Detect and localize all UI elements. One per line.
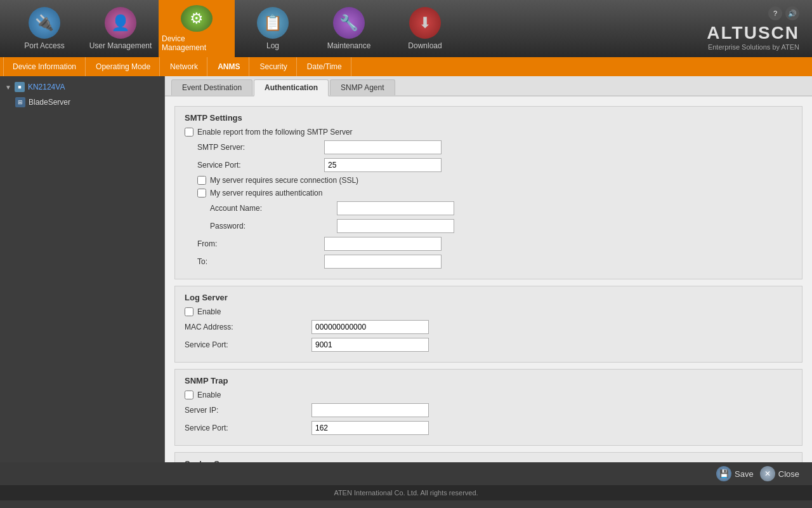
- nav-log-label: Log: [266, 41, 279, 50]
- snmp-service-port-label: Service Port:: [185, 424, 311, 432]
- snmp-server-ip-input[interactable]: [311, 403, 429, 417]
- nav-maintenance-label: Maintenance: [327, 41, 371, 50]
- log-enable-label: Enable: [197, 307, 221, 316]
- syslog-title: Syslog Server: [185, 459, 792, 462]
- auth-label: My server requires authentication: [210, 189, 322, 197]
- from-input[interactable]: [324, 237, 442, 251]
- subnav-operating-mode[interactable]: Operating Mode: [87, 57, 160, 76]
- account-name-input[interactable]: [337, 201, 454, 215]
- log-enable-checkbox[interactable]: [185, 307, 193, 316]
- service-port-row: Service Port:: [197, 158, 792, 172]
- mac-address-row: MAC Address:: [185, 320, 792, 334]
- account-name-label: Account Name:: [210, 204, 337, 213]
- smtp-title: SMTP Settings: [185, 113, 792, 123]
- nav-download[interactable]: ⬇ Download: [387, 0, 463, 57]
- blade-icon: ⊞: [15, 97, 25, 107]
- snmp-trap-title: SNMP Trap: [185, 376, 792, 385]
- ssl-label: My server requires secure connection (SS…: [210, 176, 358, 185]
- syslog-section: Syslog Server Enable Server IP:: [174, 452, 802, 462]
- sidebar-item-kn2124va[interactable]: ▼ ■ KN2124VA: [0, 79, 164, 95]
- log-server-section: Log Server Enable MAC Address: Service P…: [174, 286, 802, 363]
- subnav-datetime[interactable]: Date/Time: [298, 57, 351, 76]
- nav-log[interactable]: 📋 Log: [235, 0, 311, 57]
- sidebar-item-bladeserver[interactable]: ⊞ BladeServer: [0, 95, 164, 110]
- to-input[interactable]: [324, 255, 442, 269]
- save-button[interactable]: 💾 Save: [716, 466, 754, 481]
- footer-text: ATEN International Co. Ltd. All rights r…: [334, 489, 478, 497]
- nav-user-management-label: User Management: [89, 41, 152, 50]
- from-label: From:: [197, 239, 324, 248]
- nav-maintenance[interactable]: 🔧 Maintenance: [311, 0, 387, 57]
- log-service-port-input[interactable]: [311, 338, 429, 352]
- auth-row: My server requires authentication: [197, 189, 792, 197]
- save-icon: 💾: [716, 466, 731, 481]
- nav-port-access[interactable]: 🔌 Port Access: [6, 0, 82, 57]
- logo: ? 🔊 ALTUSCN Enterprise Solutions by ATEN: [707, 6, 806, 51]
- expand-icon: ▼: [5, 84, 11, 91]
- to-row: To:: [197, 255, 792, 269]
- password-input[interactable]: [337, 219, 454, 233]
- main-area: ▼ ■ KN2124VA ⊞ BladeServer Event Destina…: [0, 76, 812, 462]
- smtp-enable-label: Enable report from the following SMTP Se…: [197, 128, 353, 137]
- snmp-service-port-input[interactable]: [311, 421, 429, 435]
- log-service-port-row: Service Port:: [185, 338, 792, 352]
- close-button[interactable]: ✕ Close: [760, 466, 799, 481]
- close-icon: ✕: [760, 466, 775, 481]
- log-icon: 📋: [257, 7, 289, 39]
- subnav-network[interactable]: Network: [161, 57, 207, 76]
- sidebar-blade-label: BladeServer: [29, 98, 70, 107]
- app-title: ALTUSCN: [707, 23, 799, 43]
- account-name-row: Account Name:: [210, 201, 792, 215]
- password-row: Password:: [210, 219, 792, 233]
- nav-device-management-label: Device Management: [162, 34, 232, 52]
- log-enable-row: Enable: [185, 307, 792, 316]
- service-port-input[interactable]: [324, 158, 442, 172]
- snmp-enable-checkbox[interactable]: [185, 391, 193, 399]
- to-label: To:: [197, 257, 324, 266]
- snmp-trap-section: SNMP Trap Enable Server IP: Service Port…: [174, 369, 802, 446]
- smtp-server-row: SMTP Server:: [197, 140, 792, 154]
- snmp-enable-row: Enable: [185, 391, 792, 399]
- subnav-anms[interactable]: ANMS: [209, 57, 249, 76]
- content-panel: Event Destination Authentication SNMP Ag…: [165, 76, 812, 462]
- ssl-checkbox[interactable]: [197, 176, 206, 185]
- help-icon[interactable]: ?: [768, 6, 782, 20]
- tab-event-destination[interactable]: Event Destination: [171, 79, 252, 95]
- smtp-server-label: SMTP Server:: [197, 143, 324, 152]
- service-port-label: Service Port:: [197, 161, 324, 170]
- tab-snmp-agent[interactable]: SNMP Agent: [330, 79, 395, 95]
- nav-user-management[interactable]: 👤 User Management: [82, 0, 159, 57]
- maintenance-icon: 🔧: [333, 7, 365, 39]
- save-label: Save: [735, 469, 754, 479]
- sub-navigation: Device Information Operating Mode Networ…: [0, 57, 812, 76]
- smtp-server-input[interactable]: [324, 140, 442, 154]
- device-management-icon: ⚙: [181, 5, 213, 32]
- nav-device-management[interactable]: ⚙ Device Management: [159, 0, 235, 57]
- sidebar: ▼ ■ KN2124VA ⊞ BladeServer: [0, 76, 165, 462]
- subnav-device-information[interactable]: Device Information: [3, 57, 86, 76]
- snmp-server-ip-row: Server IP:: [185, 403, 792, 417]
- top-navigation: 🔌 Port Access 👤 User Management ⚙ Device…: [0, 0, 812, 57]
- app-subtitle: Enterprise Solutions by ATEN: [707, 43, 799, 51]
- snmp-service-port-row: Service Port:: [185, 421, 792, 435]
- download-icon: ⬇: [409, 7, 441, 39]
- mac-address-input[interactable]: [311, 320, 429, 334]
- log-server-title: Log Server: [185, 293, 792, 302]
- ssl-row: My server requires secure connection (SS…: [197, 176, 792, 185]
- scroll-content[interactable]: SMTP Settings Enable report from the fol…: [165, 97, 812, 462]
- bottom-toolbar: 💾 Save ✕ Close: [0, 462, 812, 485]
- nav-port-access-label: Port Access: [24, 41, 64, 50]
- auth-checkbox[interactable]: [197, 189, 206, 197]
- smtp-settings-section: SMTP Settings Enable report from the fol…: [174, 106, 802, 279]
- sound-icon[interactable]: 🔊: [785, 6, 799, 20]
- close-label: Close: [778, 469, 799, 479]
- footer: ATEN International Co. Ltd. All rights r…: [0, 485, 812, 500]
- subnav-security[interactable]: Security: [251, 57, 296, 76]
- user-management-icon: 👤: [105, 7, 136, 39]
- smtp-enable-checkbox[interactable]: [185, 128, 193, 137]
- port-access-icon: 🔌: [29, 7, 60, 39]
- snmp-server-ip-label: Server IP:: [185, 406, 311, 415]
- tab-bar: Event Destination Authentication SNMP Ag…: [165, 76, 812, 97]
- mac-address-label: MAC Address:: [185, 323, 311, 331]
- tab-authentication[interactable]: Authentication: [254, 79, 329, 97]
